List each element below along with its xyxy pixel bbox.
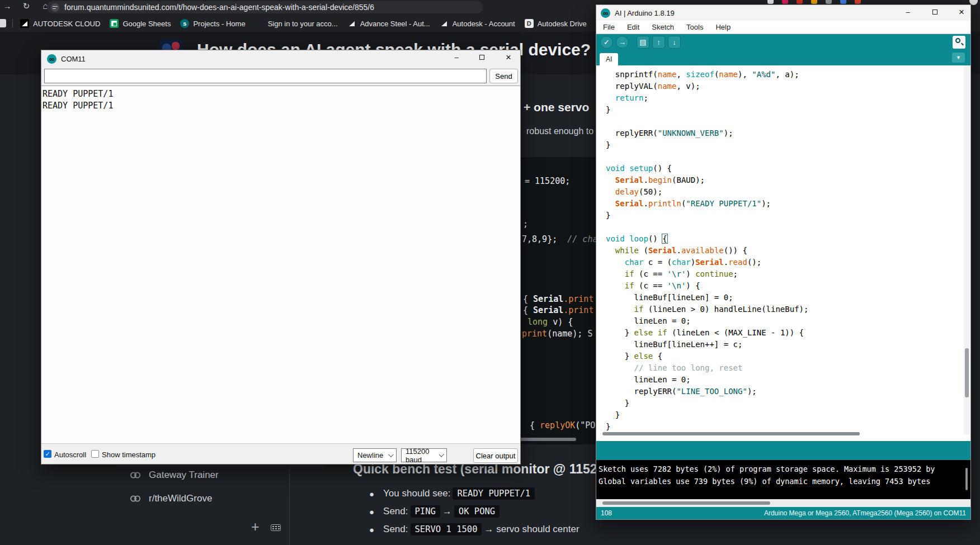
ide-title: AI | Arduino 1.8.19 bbox=[615, 9, 675, 17]
serial-output[interactable]: READY PUPPET/1 READY PUPPET/1 bbox=[41, 86, 520, 444]
bookmark-autodesk-account[interactable]: Autodesk - Account bbox=[440, 19, 515, 28]
code-line: if (c == '\n') { bbox=[606, 280, 700, 292]
upload-button[interactable]: → bbox=[616, 36, 629, 49]
serial-monitor-titlebar[interactable]: ∞ COM11 – × bbox=[41, 50, 520, 67]
code-line: replyERR("UNKNOWN_VERB"); bbox=[606, 127, 733, 139]
extension-icon[interactable] bbox=[840, 0, 846, 4]
menu-sketch[interactable]: Sketch bbox=[652, 23, 674, 31]
extension-icon[interactable] bbox=[782, 0, 788, 4]
bookmark-google-sheets[interactable]: Google Sheets bbox=[110, 19, 171, 28]
reload-icon[interactable]: ↻ bbox=[20, 1, 32, 11]
arduino-ide-window: ∞ AI | Arduino 1.8.19 – × FileEditSketch… bbox=[596, 4, 971, 520]
line-ending-select[interactable]: Newline bbox=[353, 448, 397, 462]
tab-sketch[interactable]: AI bbox=[600, 53, 618, 65]
extension-icon[interactable] bbox=[811, 0, 817, 4]
code-line: Serial.println("READY PUPPET/1"); bbox=[606, 198, 771, 210]
code-line: } bbox=[606, 421, 610, 433]
extension-icon[interactable] bbox=[855, 0, 861, 4]
code-fragment: ; bbox=[523, 219, 528, 229]
status-line-number: 108 bbox=[601, 509, 612, 517]
keyboard-icon[interactable] bbox=[271, 524, 281, 531]
code-fragment: { Serial.print bbox=[523, 305, 593, 315]
autoscroll-checkbox[interactable]: ✓ bbox=[44, 450, 51, 458]
sidebar-link-gateway-trainer[interactable]: Gateway Trainer bbox=[130, 470, 219, 481]
code-fragment: = 115200; bbox=[525, 176, 570, 186]
serial-monitor-button[interactable] bbox=[953, 36, 965, 49]
maximize-button[interactable] bbox=[925, 5, 944, 21]
sidebar-link-r-thewildgrove[interactable]: r/theWildGrove bbox=[130, 493, 219, 504]
new-sketch-button[interactable]: ▤ bbox=[637, 36, 649, 49]
close-button[interactable]: × bbox=[499, 50, 518, 66]
console-vscrollbar[interactable] bbox=[965, 468, 968, 490]
chevron-down-icon bbox=[439, 452, 444, 457]
bookmark-projects-home[interactable]: sProjects - Home bbox=[180, 19, 245, 28]
maximize-button[interactable] bbox=[472, 50, 491, 66]
divider bbox=[116, 466, 324, 466]
minimize-button[interactable]: – bbox=[447, 50, 466, 66]
code-fragment: print(name); S bbox=[522, 329, 592, 339]
bullet-icon: ● bbox=[369, 525, 374, 534]
extension-icon[interactable] bbox=[797, 0, 803, 4]
baud-select[interactable]: 115200 baud bbox=[401, 448, 447, 462]
minimize-button[interactable]: – bbox=[898, 5, 917, 21]
line-ending-value: Newline bbox=[357, 451, 383, 459]
extension-icon[interactable] bbox=[826, 0, 832, 4]
bullet-icon: ● bbox=[369, 507, 374, 516]
code-line: } bbox=[606, 409, 620, 421]
chevron-down-icon bbox=[388, 452, 394, 457]
verify-button[interactable]: ✓ bbox=[600, 36, 613, 49]
inline-code-chip: PING bbox=[411, 505, 440, 518]
serial-input[interactable] bbox=[44, 69, 487, 83]
code-line: } bbox=[606, 397, 629, 409]
open-sketch-button[interactable]: ↑ bbox=[652, 36, 665, 49]
code-editor[interactable]: snprintf(name, sizeof(name), "A%d", a); … bbox=[596, 65, 970, 441]
ide-statusbar: 108 Arduino Mega or Mega 2560, ATmega256… bbox=[596, 507, 970, 519]
bookmark-autodesk-cloud[interactable]: AUTODESK CLOUD bbox=[20, 19, 100, 28]
ide-titlebar[interactable]: ∞ AI | Arduino 1.8.19 – × bbox=[596, 5, 970, 21]
screen: → ↻ ⌂ forum.quantummindsunited.com/t/how… bbox=[0, 0, 980, 545]
bookmark-advance-steel-aut-[interactable]: Advance Steel - Aut... bbox=[347, 19, 430, 28]
tab-dropdown-button[interactable]: ▼ bbox=[952, 53, 965, 63]
menu-file[interactable]: File bbox=[603, 23, 615, 31]
url-bar[interactable]: forum.quantummindsunited.com/t/how-does-… bbox=[47, 1, 483, 13]
link-icon bbox=[130, 495, 141, 503]
code-line: delay(50); bbox=[606, 186, 662, 198]
send-button[interactable]: Send bbox=[489, 69, 518, 83]
code-line: while (Serial.available()) { bbox=[606, 245, 747, 257]
ide-status-strip bbox=[596, 441, 970, 460]
extension-icon[interactable] bbox=[767, 0, 774, 4]
adsk-icon bbox=[440, 19, 449, 28]
editor-vscrollbar-thumb[interactable] bbox=[965, 348, 969, 397]
save-sketch-button[interactable]: ↓ bbox=[668, 36, 681, 49]
ide-console[interactable]: Sketch uses 7282 bytes (2%) of program s… bbox=[596, 460, 970, 499]
code-fragment: long v) { bbox=[527, 317, 573, 327]
menu-help[interactable]: Help bbox=[715, 23, 731, 31]
bookmark-label: Projects - Home bbox=[193, 20, 245, 28]
arduino-logo-icon: ∞ bbox=[601, 8, 610, 18]
bookmark-autodesk-drive[interactable]: DAutodesk Drive bbox=[525, 19, 587, 28]
sidebar-links: Gateway Trainerr/theWildGrove bbox=[130, 470, 219, 516]
bookmark-blank-icon[interactable] bbox=[0, 19, 6, 27]
post-text-fragment: + one servo bbox=[524, 101, 589, 114]
bookmark-label: Autodesk Drive bbox=[538, 20, 587, 28]
bullet-text: You should see: bbox=[383, 488, 450, 499]
inline-code-chip: SERVO 1 1500 bbox=[411, 523, 482, 535]
code-line: replyVAL(name, v); bbox=[606, 80, 700, 92]
console-hscrollbar-thumb[interactable] bbox=[602, 501, 770, 505]
clear-output-button[interactable]: Clear output bbox=[473, 448, 518, 463]
add-icon[interactable]: + bbox=[251, 519, 260, 535]
magnifier-icon bbox=[955, 38, 960, 43]
site-info-icon[interactable] bbox=[51, 3, 59, 12]
bookmark-label: Sign in to your acco... bbox=[268, 20, 338, 28]
menu-edit[interactable]: Edit bbox=[627, 23, 639, 31]
menu-tools[interactable]: Tools bbox=[686, 23, 703, 31]
link-icon bbox=[130, 471, 141, 479]
forward-icon[interactable]: → bbox=[1, 1, 13, 11]
bookmark-sign-in-to-your-acco-[interactable]: Sign in to your acco... bbox=[255, 19, 338, 28]
post-text-fragment: robust enough to bbox=[526, 126, 593, 136]
bullet-text: → servo should center bbox=[484, 524, 579, 535]
code-line: void loop() { bbox=[606, 233, 667, 245]
close-button[interactable]: × bbox=[952, 5, 971, 21]
editor-hscrollbar[interactable] bbox=[602, 432, 860, 435]
show-timestamp-checkbox[interactable] bbox=[91, 450, 99, 458]
